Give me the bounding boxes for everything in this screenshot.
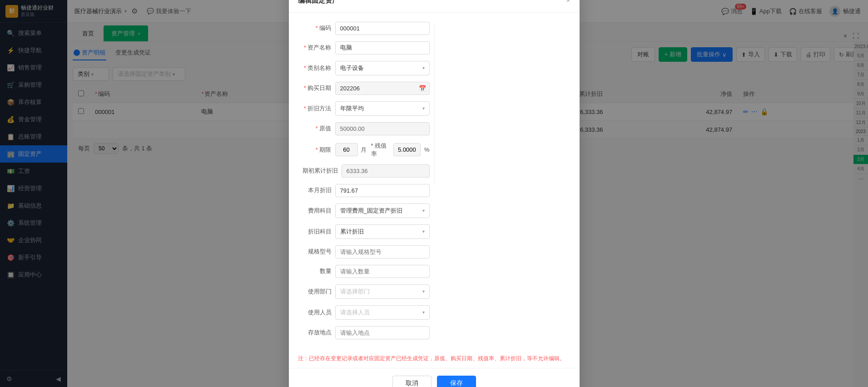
form-row-method: * 折旧方法 年限平均 ▾ — [303, 101, 430, 116]
form-row-depr-subject: 折旧科目 累计折旧 ▾ — [303, 224, 430, 239]
field-label-quantity: 数量 — [303, 267, 335, 275]
department-placeholder: 请选择部门 — [340, 288, 370, 296]
modal-body: * 编码 * 资产名称 * 类别名称 电子设备 ▾ — [289, 13, 580, 355]
field-label-depr-subject: 折旧科目 — [303, 228, 335, 236]
field-label-category: * 类别名称 — [303, 64, 335, 72]
modal-left-col: * 编码 * 资产名称 * 类别名称 电子设备 ▾ — [298, 22, 434, 184]
form-row-initial-depr: 期初累计折旧 — [303, 164, 430, 178]
modal-divider — [434, 22, 435, 184]
form-row-location: 存放地点 — [303, 326, 430, 339]
modal-note: 注：已经存在变更记录或者对应固定资产已经生成凭证，原值、购买日期、残值率、累计折… — [289, 355, 580, 368]
initial-depr-input[interactable] — [342, 164, 430, 178]
purchase-date-field: 📅 — [335, 82, 430, 95]
expense-subject-arrow: ▾ — [422, 208, 425, 213]
cancel-button[interactable]: 取消 — [392, 376, 432, 387]
quantity-input[interactable] — [335, 265, 430, 278]
department-select[interactable]: 请选择部门 ▾ — [335, 284, 430, 299]
modal-title: 编辑固定资产 — [298, 0, 339, 5]
form-row-original-value: * 原值 — [303, 122, 430, 135]
category-select-arrow: ▾ — [422, 65, 425, 70]
field-label-location: 存放地点 — [303, 328, 335, 337]
monthly-depr-input[interactable] — [335, 184, 430, 197]
person-arrow: ▾ — [422, 310, 425, 315]
field-label-monthly-depr: 本月折旧 — [303, 186, 335, 194]
field-label-department: 使用部门 — [303, 288, 335, 296]
method-select-arrow: ▾ — [422, 106, 425, 111]
form-row-person: 使用人员 请选择人员 ▾ — [303, 305, 430, 320]
form-row-expense-subject: 费用科目 管理费用_固定资产折旧 ▾ — [303, 203, 430, 218]
field-label-original-value: * 原值 — [303, 124, 335, 133]
person-select[interactable]: 请选择人员 ▾ — [335, 305, 430, 320]
field-label-name: * 资产名称 — [303, 44, 335, 52]
purchase-date-input[interactable] — [335, 82, 430, 95]
modal-right-col: 本月折旧 费用科目 管理费用_固定资产折旧 ▾ 折旧科目 累计折旧 — [298, 184, 434, 346]
form-row-monthly-depr: 本月折旧 — [303, 184, 430, 197]
modal-overlay: 编辑固定资产 × * 编码 * 资产名称 * 类别名称 — [0, 0, 868, 387]
depr-subject-select[interactable]: 累计折旧 ▾ — [335, 224, 430, 239]
method-select[interactable]: 年限平均 ▾ — [335, 101, 430, 116]
form-row-quantity: 数量 — [303, 265, 430, 278]
form-row-period: * 期限 月 * 残值率 % — [303, 142, 430, 158]
field-label-initial-depr: 期初累计折旧 — [303, 167, 342, 175]
form-row-code: * 编码 — [303, 22, 430, 35]
modal-header: 编辑固定资产 × — [289, 0, 580, 13]
field-label-method: * 折旧方法 — [303, 104, 335, 113]
field-label-person: 使用人员 — [303, 308, 335, 317]
field-label-period: * 期限 — [303, 146, 335, 154]
depr-subject-arrow: ▾ — [422, 229, 425, 234]
form-row-department: 使用部门 请选择部门 ▾ — [303, 284, 430, 299]
edit-asset-modal: 编辑固定资产 × * 编码 * 资产名称 * 类别名称 — [289, 0, 580, 387]
residual-input[interactable] — [393, 143, 421, 156]
method-select-value: 年限平均 — [340, 104, 364, 113]
form-row-purchase-date: * 购买日期 📅 — [303, 82, 430, 95]
residual-label: * 残值率 — [371, 142, 389, 158]
form-row-category: * 类别名称 电子设备 ▾ — [303, 61, 430, 75]
expense-subject-select[interactable]: 管理费用_固定资产折旧 ▾ — [335, 203, 430, 218]
original-value-input[interactable] — [335, 122, 430, 135]
modal-close-button[interactable]: × — [566, 0, 570, 5]
asset-name-input[interactable] — [335, 41, 430, 55]
category-select-value: 电子设备 — [340, 64, 364, 72]
expense-subject-value: 管理费用_固定资产折旧 — [340, 207, 402, 215]
spec-model-input[interactable] — [335, 245, 430, 258]
save-button[interactable]: 保存 — [437, 376, 476, 387]
form-row-spec-model: 规格型号 — [303, 245, 430, 258]
person-placeholder: 请选择人员 — [340, 308, 370, 317]
period-unit: 月 — [361, 146, 367, 154]
department-arrow: ▾ — [422, 289, 425, 294]
location-input[interactable] — [335, 326, 430, 339]
field-label-expense-subject: 费用科目 — [303, 207, 335, 215]
field-label-spec-model: 规格型号 — [303, 248, 335, 256]
code-input[interactable] — [335, 22, 430, 35]
field-label-code: * 编码 — [303, 24, 335, 32]
calendar-icon[interactable]: 📅 — [419, 85, 426, 92]
field-label-purchase-date: * 购买日期 — [303, 84, 335, 92]
depr-subject-value: 累计折旧 — [340, 228, 364, 236]
period-input[interactable] — [335, 143, 358, 156]
modal-footer: 取消 保存 — [289, 368, 580, 387]
residual-pct: % — [424, 146, 430, 153]
period-field: 月 * 残值率 % — [335, 142, 430, 158]
form-row-name: * 资产名称 — [303, 41, 430, 55]
category-select[interactable]: 电子设备 ▾ — [335, 61, 430, 75]
